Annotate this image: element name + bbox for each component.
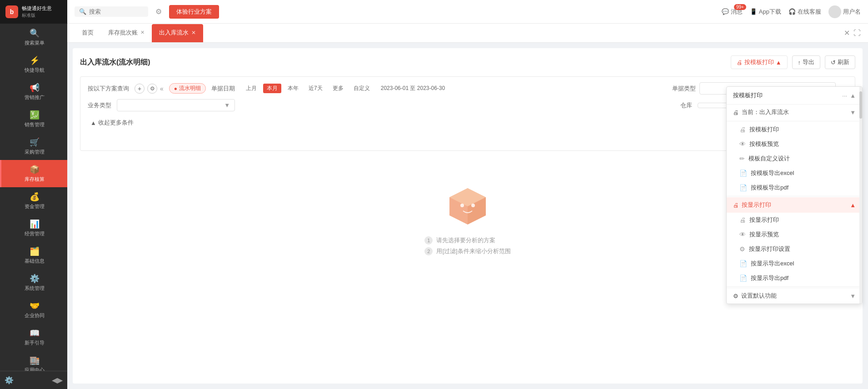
dp-template-customize[interactable]: ✏ 模板自定义设计: [727, 151, 862, 166]
dp-template-export-pdf[interactable]: 📄 按模板导出pdf: [727, 180, 862, 195]
app-download-button[interactable]: 📱 App下载: [750, 8, 781, 16]
dp-template-preview[interactable]: 👁 按模板预览: [727, 137, 862, 151]
filter-tag-label: 流水明细: [179, 85, 201, 92]
content-area: 出入库流水(流水明细) 🖨 按模板打印 ▲ ↑ 导出 ↺ 刷新: [67, 43, 868, 389]
tab-inout-flow[interactable]: 出入库流水 ✕: [152, 24, 203, 42]
biz-type-arrow-icon: ▼: [224, 102, 230, 109]
dropdown-collapse-icon[interactable]: ▲: [850, 92, 856, 99]
online-service-label: 在线客服: [798, 8, 821, 16]
dp-preview-icon: 👁: [739, 140, 746, 148]
dp-display-preview-icon: 👁: [739, 231, 746, 238]
sidebar-item-shortcut[interactable]: ⚡ 快捷导航: [0, 51, 67, 78]
dp-divider-1: [727, 121, 862, 121]
dp-footer-arrow: ▼: [850, 293, 856, 299]
online-service-button[interactable]: 🎧 在线客服: [788, 8, 821, 16]
sidebar-collapse-icon[interactable]: ◀▶: [52, 376, 63, 384]
refresh-button[interactable]: ↺ 刷新: [825, 55, 855, 69]
user-avatar[interactable]: 用户名: [828, 5, 861, 18]
sidebar: b 畅捷通好生意 标准版 🔍 搜索菜单 ⚡ 快捷导航 📢 营销推广 💹 销售管理…: [0, 0, 67, 389]
filter-gear-button[interactable]: ⚙: [147, 84, 157, 94]
dp-display-export-pdf[interactable]: 📄 按显示导出pdf: [727, 271, 862, 285]
logo-title: 畅捷通好生意: [22, 5, 52, 12]
dp-display-print[interactable]: 🖨 按显示打印: [727, 213, 862, 227]
tab-bar-right: ✕ ⛶: [844, 29, 861, 37]
display-section-header[interactable]: 🖨 按显示打印 ▲: [727, 197, 862, 213]
dp-display-preview[interactable]: 👁 按显示预览: [727, 227, 862, 242]
dp-display-settings-label: 按显示打印设置: [749, 245, 790, 253]
guide-nav-icon: 📖: [30, 328, 40, 338]
empty-steps: 1 请先选择要分析的方案 2 用[过滤]条件来缩小分析范围: [424, 236, 510, 258]
date-7days-btn[interactable]: 近7天: [305, 84, 326, 93]
date-range-display: 2023-06-01 至 2023-06-30: [381, 85, 445, 92]
industry-solution-button[interactable]: 体验行业方案: [169, 5, 219, 19]
search-nav-icon: 🔍: [30, 28, 40, 38]
sidebar-item-sales[interactable]: 💹 销售管理: [0, 105, 67, 133]
dp-template-pdf-label: 按模板导出pdf: [751, 184, 788, 192]
dp-template-print[interactable]: 🖨 按模板打印: [727, 122, 862, 137]
user-name-label: 用户名: [843, 8, 861, 16]
sidebar-item-appstore[interactable]: 🏬 应用中心: [0, 351, 67, 371]
date-this-month-btn[interactable]: 本月: [263, 84, 281, 93]
dropdown-scrollbar[interactable]: [859, 87, 862, 304]
dp-display-export-excel[interactable]: 📄 按显示导出excel: [727, 256, 862, 271]
dp-template-print-label: 按模板打印: [749, 125, 779, 134]
dp-template-export-excel[interactable]: 📄 按模板导出excel: [727, 166, 862, 180]
filter-collapse-button[interactable]: «: [160, 85, 164, 92]
sidebar-item-guide[interactable]: 📖 新手引导: [0, 324, 67, 351]
date-last-month-btn[interactable]: 上月: [242, 84, 260, 93]
sidebar-item-purchase[interactable]: 🛒 采购管理: [0, 133, 67, 160]
notification-button[interactable]: 💬 消息 99+: [722, 8, 743, 16]
sidebar-item-finance[interactable]: 💰 资金管理: [0, 187, 67, 214]
empty-icon: [440, 184, 495, 229]
template-print-dropdown: 按模板打印 ··· ▲ 🖨 当前：出入库流水 ▼: [726, 86, 863, 304]
sidebar-item-marketing[interactable]: 📢 营销推广: [0, 78, 67, 105]
svg-point-5: [471, 204, 475, 207]
dropdown-more-icon[interactable]: ···: [842, 92, 847, 99]
date-more-btn[interactable]: 更多: [329, 84, 347, 93]
dp-divider-2: [727, 196, 862, 196]
dp-display-print-settings[interactable]: ⚙ 按显示打印设置: [727, 242, 862, 256]
date-this-year-btn[interactable]: 本年: [284, 84, 302, 93]
sidebar-label-sales: 销售管理: [25, 121, 45, 128]
tab-home[interactable]: 首页: [75, 24, 101, 42]
sidebar-item-operations[interactable]: 📊 经营管理: [0, 214, 67, 242]
sidebar-item-base[interactable]: 🗂️ 基础信息: [0, 242, 67, 269]
sidebar-item-enterprise[interactable]: 🤝 企业协同: [0, 296, 67, 324]
tab-close-all-icon[interactable]: ✕: [844, 29, 850, 37]
current-section-icon: 🖨: [733, 109, 739, 116]
settings-gear-icon[interactable]: ⚙: [155, 7, 162, 16]
step-num-2: 2: [424, 247, 433, 255]
date-custom-btn[interactable]: 自定义: [350, 84, 374, 93]
dropdown-footer[interactable]: ⚙ 设置默认功能 ▼: [727, 288, 862, 304]
sidebar-item-search[interactable]: 🔍 搜索菜单: [0, 24, 67, 51]
dropdown-current-section: 🖨 当前：出入库流水 ▼: [727, 105, 862, 120]
sidebar-label-appstore: 应用中心: [25, 367, 45, 371]
base-nav-icon: 🗂️: [30, 246, 40, 256]
dp-display-excel-label: 按显示导出excel: [751, 259, 794, 268]
export-button[interactable]: ↑ 导出: [792, 55, 821, 69]
filter-active-tag[interactable]: ● 流水明细: [169, 83, 206, 94]
avatar-image: [828, 5, 841, 18]
tab-fullscreen-icon[interactable]: ⛶: [853, 29, 861, 37]
header-search-box[interactable]: 🔍: [75, 6, 148, 17]
template-print-button[interactable]: 🖨 按模板打印 ▲: [731, 55, 788, 69]
tab-inventory-batch[interactable]: 库存批次账 ✕: [101, 24, 152, 42]
template-print-label: 按模板打印: [744, 58, 774, 66]
biz-type-select[interactable]: ▼: [117, 99, 235, 111]
tab-inventory-batch-close[interactable]: ✕: [140, 30, 145, 35]
current-section-header[interactable]: 🖨 当前：出入库流水 ▼: [727, 105, 862, 120]
tab-inout-flow-close[interactable]: ✕: [191, 30, 196, 36]
sidebar-label-marketing: 营销推广: [25, 94, 45, 101]
dp-customize-icon: ✏: [739, 155, 745, 162]
dp-template-preview-label: 按模板预览: [749, 140, 779, 148]
search-input[interactable]: [89, 8, 144, 15]
empty-step-1: 1 请先选择要分析的方案: [424, 236, 510, 244]
filter-add-button[interactable]: +: [135, 84, 145, 94]
dp-divider-3: [727, 286, 862, 287]
sidebar-item-system[interactable]: ⚙️ 系统管理: [0, 269, 67, 296]
sidebar-item-inventory[interactable]: 📦 库存核算: [0, 160, 67, 187]
dp-display-preview-label: 按显示预览: [749, 230, 779, 239]
sidebar-settings-icon[interactable]: ⚙️: [5, 376, 14, 384]
headset-icon: 🎧: [788, 8, 796, 15]
sidebar-label-purchase: 采购管理: [25, 149, 45, 155]
